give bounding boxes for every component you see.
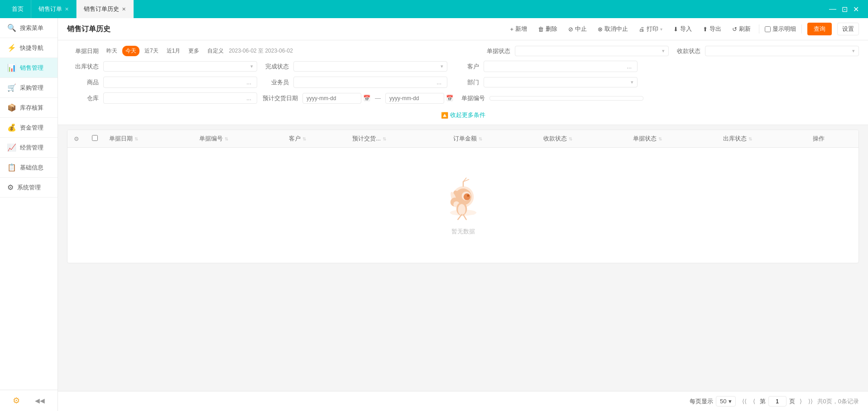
- trash-icon: 🗑: [538, 26, 544, 33]
- goods-dots-icon[interactable]: ...: [245, 79, 253, 86]
- new-button[interactable]: + 新增: [507, 23, 530, 35]
- sidebar: 🔍 搜索菜单 ⚡ 快捷导航 📊 销售管理 🛒 采购管理 📦 库存核算 💰 资金管…: [0, 18, 58, 411]
- out-status-select[interactable]: ▾: [103, 61, 257, 72]
- sidebar-item-purchase-mgmt[interactable]: 🛒 采购管理: [0, 78, 58, 98]
- collapse-bar[interactable]: 🔼 收起更多条件: [67, 108, 859, 119]
- sort-number-icon[interactable]: ⇅: [225, 136, 228, 141]
- date-btn-7days[interactable]: 近7天: [141, 46, 162, 56]
- purchase-mgmt-icon: 🛒: [7, 83, 16, 92]
- dept-select[interactable]: ▾: [484, 77, 638, 87]
- sidebar-item-base-info[interactable]: 📋 基础信息: [0, 158, 58, 178]
- inventory-icon: 📦: [7, 103, 16, 112]
- table-body: 暂无数据: [67, 148, 858, 263]
- sidebar-item-sales-mgmt[interactable]: 📊 销售管理: [0, 58, 58, 78]
- order-status-label: 单据状态: [479, 47, 515, 55]
- export-button[interactable]: ⬆ 导出: [700, 23, 724, 35]
- sidebar-item-quick-nav[interactable]: ⚡ 快捷导航: [0, 38, 58, 58]
- delivery-date-end[interactable]: [385, 93, 444, 104]
- tab-sales-order-close[interactable]: ✕: [65, 6, 69, 12]
- warehouse-label: 仓库: [67, 94, 103, 102]
- out-status-chevron-icon: ▾: [250, 63, 253, 69]
- per-page-label: 每页显示: [690, 397, 713, 406]
- date-btn-more[interactable]: 更多: [185, 46, 202, 56]
- refresh-button[interactable]: ↺ 刷新: [729, 23, 753, 35]
- sidebar-item-ops-mgmt[interactable]: 📈 经营管理: [0, 138, 58, 158]
- cancel-icon: ⊗: [598, 26, 603, 33]
- last-page-button[interactable]: ⟩⟩: [806, 397, 815, 406]
- delete-button[interactable]: 🗑 删除: [535, 23, 560, 35]
- salesman-input[interactable]: ...: [293, 77, 447, 88]
- sidebar-item-search-menu-label: 搜索菜单: [20, 24, 43, 32]
- warehouse-input[interactable]: ...: [103, 92, 257, 104]
- tab-sales-order-history-close[interactable]: ✕: [122, 6, 126, 12]
- sort-customer-icon[interactable]: ⇅: [302, 136, 306, 141]
- sidebar-settings-icon[interactable]: ⚙: [13, 396, 20, 406]
- delivery-date-start[interactable]: [302, 93, 361, 104]
- window-close-icon[interactable]: ✕: [853, 5, 859, 14]
- date-btn-today[interactable]: 今天: [122, 46, 139, 56]
- sort-amount-icon[interactable]: ⇅: [479, 136, 482, 141]
- query-button[interactable]: 查询: [807, 23, 832, 35]
- first-page-button[interactable]: ⟨⟨: [740, 397, 748, 406]
- cancel-stop-button[interactable]: ⊗ 取消中止: [595, 23, 631, 35]
- import-button[interactable]: ⬇ 导入: [671, 23, 695, 35]
- sort-out-status-icon[interactable]: ⇅: [748, 136, 752, 141]
- show-detail-input[interactable]: [765, 26, 771, 32]
- calendar-end-icon[interactable]: 📅: [446, 95, 453, 102]
- th-amount: 订单金额 ⇅: [448, 130, 538, 148]
- top-bar-right: — ⊡ ✕: [829, 5, 863, 14]
- sidebar-item-capital-mgmt[interactable]: 💰 资金管理: [0, 118, 58, 138]
- window-restore-icon[interactable]: ⊡: [842, 5, 848, 14]
- sidebar-collapse-icon[interactable]: ◀◀: [35, 397, 45, 404]
- settings-button[interactable]: 设置: [837, 23, 859, 35]
- tab-sales-order-history[interactable]: 销售订单历史 ✕: [77, 0, 134, 18]
- page-input[interactable]: [768, 396, 786, 406]
- sort-payment-status-icon[interactable]: ⇅: [569, 136, 572, 141]
- sidebar-item-search-menu[interactable]: 🔍 搜索菜单: [0, 18, 58, 38]
- tab-home[interactable]: 首页: [5, 0, 31, 18]
- sort-order-status-icon[interactable]: ⇅: [658, 136, 662, 141]
- table-checkbox-header[interactable]: [86, 130, 104, 148]
- delivery-date-range: 📅 — 📅: [302, 93, 453, 104]
- date-btn-yesterday[interactable]: 昨天: [103, 46, 120, 56]
- th-out-status: 出库状态 ⇅: [718, 130, 808, 148]
- next-page-button[interactable]: ⟩: [798, 397, 804, 406]
- sidebar-item-sys-mgmt[interactable]: ⚙ 系统管理: [0, 178, 58, 198]
- payment-status-select[interactable]: ▾: [705, 46, 859, 56]
- page-size-select: 每页显示 50 ▾: [690, 396, 735, 406]
- goods-input[interactable]: ...: [103, 77, 257, 88]
- show-detail-checkbox[interactable]: 显示明细: [765, 25, 796, 33]
- page-size-box[interactable]: 50 ▾: [716, 396, 735, 406]
- customer-dots-icon[interactable]: ...: [625, 63, 633, 70]
- sort-date-icon[interactable]: ⇅: [134, 136, 138, 141]
- stop-button[interactable]: ⊘ 中止: [566, 23, 590, 35]
- prev-page-button[interactable]: ⟨: [751, 397, 757, 406]
- collapse-up-icon: 🔼: [441, 112, 448, 119]
- tab-sales-order[interactable]: 销售订单 ✕: [31, 0, 77, 18]
- salesman-dots-icon[interactable]: ...: [435, 79, 443, 86]
- doc-number-input[interactable]: [489, 96, 643, 101]
- date-btn-custom[interactable]: 自定义: [204, 46, 227, 56]
- print-button[interactable]: 🖨 打印 ▾: [636, 23, 665, 35]
- date-btn-1month[interactable]: 近1月: [163, 46, 184, 56]
- sales-mgmt-icon: 📊: [7, 63, 16, 72]
- top-bar: 首页 销售订单 ✕ 销售订单历史 ✕ — ⊡ ✕: [0, 0, 868, 18]
- goods-label: 商品: [67, 78, 103, 87]
- sidebar-item-base-info-label: 基础信息: [20, 164, 43, 172]
- table-settings-icon[interactable]: ⚙: [74, 135, 79, 142]
- filter-row-3: 商品 ... 业务员 ... 部门 ▾: [67, 77, 859, 88]
- capital-mgmt-icon: 💰: [7, 123, 16, 132]
- select-all-checkbox[interactable]: [92, 135, 98, 141]
- order-status-select[interactable]: ▾: [515, 46, 669, 56]
- sidebar-item-inventory[interactable]: 📦 库存核算: [0, 98, 58, 118]
- complete-status-select[interactable]: ▾: [293, 61, 447, 72]
- table-settings-header[interactable]: ⚙: [67, 130, 86, 148]
- calendar-start-icon[interactable]: 📅: [363, 95, 370, 102]
- customer-input[interactable]: ...: [484, 61, 638, 72]
- import-icon: ⬇: [673, 26, 678, 33]
- window-minimize-icon[interactable]: —: [829, 5, 836, 13]
- sort-delivery-icon[interactable]: ⇅: [383, 136, 386, 141]
- warehouse-dots-icon[interactable]: ...: [245, 95, 253, 102]
- plus-icon: +: [510, 26, 513, 33]
- complete-status-chevron-icon: ▾: [441, 63, 443, 69]
